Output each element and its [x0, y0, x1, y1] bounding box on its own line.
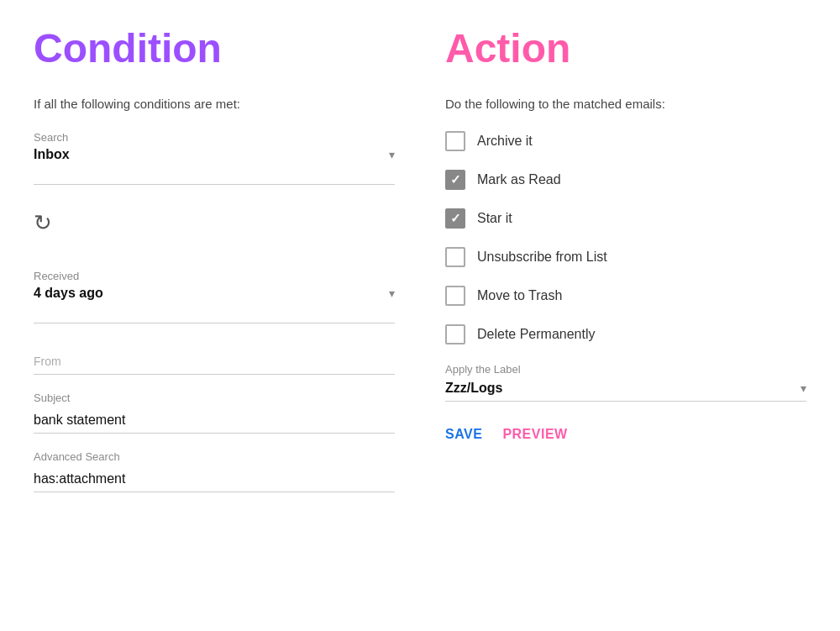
label-dropdown[interactable]: Zzz/Logs ▾: [445, 381, 806, 402]
refresh-group: ↻: [34, 202, 395, 253]
action-row-mark-read: Mark as Read: [445, 170, 806, 190]
advanced-input[interactable]: [34, 466, 395, 492]
star-checkbox[interactable]: [445, 208, 465, 229]
save-button[interactable]: SAVE: [445, 427, 482, 442]
label-dropdown-value: Zzz/Logs: [445, 381, 801, 396]
action-subtitle: Do the following to the matched emails:: [445, 97, 806, 111]
mark-read-checkbox[interactable]: [445, 170, 465, 190]
from-field-group: [34, 349, 395, 375]
unsubscribe-checkbox[interactable]: [445, 247, 465, 267]
trash-label: Move to Trash: [477, 288, 562, 303]
action-row-delete: Delete Permanently: [445, 324, 806, 344]
archive-checkbox[interactable]: [445, 131, 465, 151]
received-dropdown-arrow-icon[interactable]: ▾: [389, 287, 395, 300]
action-panel: Action Do the following to the matched e…: [445, 25, 806, 509]
search-field-group: Search Inbox ▾: [34, 131, 395, 185]
subject-input[interactable]: [34, 408, 395, 434]
archive-label: Archive it: [477, 134, 533, 149]
received-field-group: Received 4 days ago ▾: [34, 270, 395, 323]
received-dropdown[interactable]: 4 days ago ▾: [34, 286, 395, 301]
search-label: Search: [34, 131, 395, 144]
delete-label: Delete Permanently: [477, 327, 596, 342]
search-dropdown[interactable]: Inbox ▾: [34, 147, 395, 162]
action-row-trash: Move to Trash: [445, 286, 806, 306]
condition-title: Condition: [34, 25, 395, 71]
from-input[interactable]: [34, 349, 395, 375]
subject-label: Subject: [34, 392, 395, 404]
mark-read-label: Mark as Read: [477, 172, 561, 187]
trash-checkbox[interactable]: [445, 286, 465, 306]
condition-subtitle: If all the following conditions are met:: [34, 97, 395, 111]
delete-checkbox[interactable]: [445, 324, 465, 344]
received-label: Received: [34, 270, 395, 282]
action-row-archive: Archive it: [445, 131, 806, 151]
subject-field-group: Subject: [34, 392, 395, 434]
star-label: Star it: [477, 211, 512, 226]
apply-label-section: Apply the Label Zzz/Logs ▾: [445, 363, 806, 402]
received-dropdown-container[interactable]: 4 days ago ▾: [34, 286, 395, 323]
preview-button[interactable]: PREVIEW: [502, 427, 567, 442]
action-row-unsubscribe: Unsubscribe from List: [445, 247, 806, 267]
advanced-label: Advanced Search: [34, 450, 395, 463]
condition-panel: Condition If all the following condition…: [34, 25, 395, 509]
apply-label-title: Apply the Label: [445, 363, 806, 376]
action-title: Action: [445, 25, 806, 71]
action-row-star: Star it: [445, 208, 806, 229]
search-dropdown-arrow-icon[interactable]: ▾: [389, 148, 395, 161]
footer-buttons: SAVE PREVIEW: [445, 427, 806, 442]
unsubscribe-label: Unsubscribe from List: [477, 250, 607, 265]
received-dropdown-value: 4 days ago: [34, 286, 389, 301]
refresh-icon[interactable]: ↻: [34, 210, 52, 236]
advanced-field-group: Advanced Search: [34, 450, 395, 492]
label-dropdown-arrow-icon[interactable]: ▾: [801, 381, 806, 395]
search-dropdown-container[interactable]: Inbox ▾: [34, 147, 395, 185]
search-dropdown-value: Inbox: [34, 147, 389, 162]
